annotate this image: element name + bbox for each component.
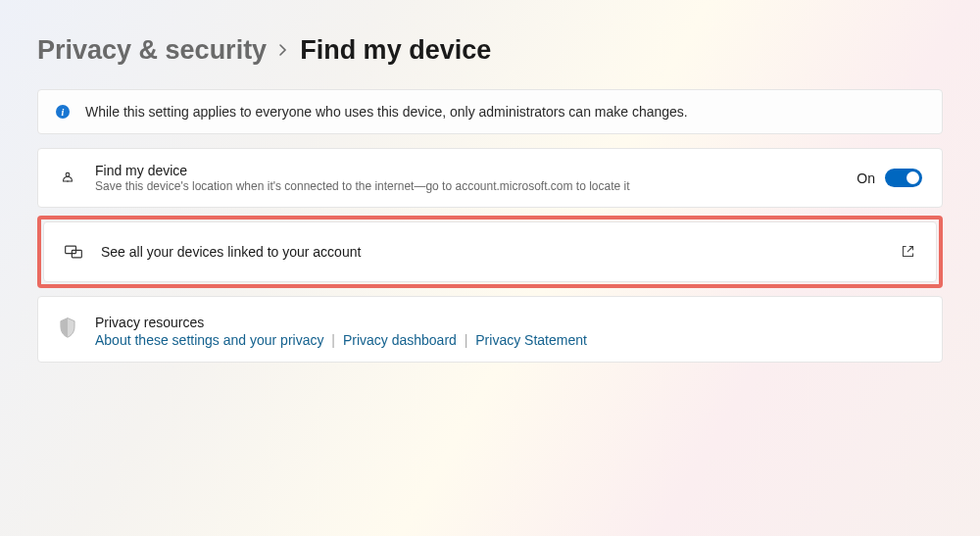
- see-devices-label: See all your devices linked to your acco…: [101, 244, 883, 260]
- admin-info-banner: While this setting applies to everyone w…: [37, 89, 943, 134]
- external-link-icon: [901, 244, 916, 260]
- privacy-resources-card: Privacy resources About these settings a…: [37, 296, 943, 363]
- setting-title: Find my device: [95, 163, 839, 178]
- svg-point-0: [66, 172, 70, 176]
- svg-point-1: [67, 180, 69, 182]
- separator: |: [465, 332, 468, 348]
- privacy-statement-link[interactable]: Privacy Statement: [475, 332, 587, 348]
- see-all-devices-link[interactable]: See all your devices linked to your acco…: [44, 222, 936, 281]
- separator: |: [331, 332, 335, 348]
- privacy-resources-title: Privacy resources: [95, 315, 587, 330]
- banner-text: While this setting applies to everyone w…: [85, 104, 688, 120]
- breadcrumb: Privacy & security Find my device: [37, 35, 943, 66]
- breadcrumb-parent[interactable]: Privacy & security: [37, 35, 267, 66]
- privacy-dashboard-link[interactable]: Privacy dashboard: [343, 332, 457, 348]
- location-person-icon: [58, 169, 77, 188]
- highlight-box: See all your devices linked to your acco…: [37, 216, 943, 288]
- find-my-device-toggle[interactable]: [885, 169, 922, 187]
- toggle-state-label: On: [857, 171, 875, 186]
- devices-icon: [64, 242, 83, 262]
- find-my-device-card: Find my device Save this device's locati…: [37, 148, 943, 208]
- page-title: Find my device: [300, 35, 491, 66]
- about-settings-link[interactable]: About these settings and your privacy: [95, 332, 323, 348]
- shield-icon: [58, 317, 77, 342]
- info-icon: [56, 105, 70, 119]
- setting-subtitle: Save this device's location when it's co…: [95, 179, 839, 193]
- chevron-right-icon: [278, 43, 288, 61]
